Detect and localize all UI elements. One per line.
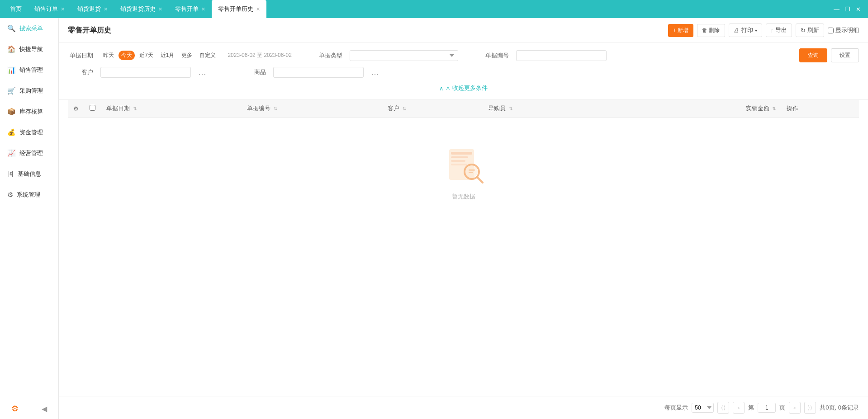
shortcut-1month[interactable]: 近1月 [158,51,177,60]
restore-btn[interactable]: ❐ [845,6,850,13]
pagination-bar: 每页显示 50 10 20 100 ⟨⟨ ＜ 第 页 ＞ ⟩⟩ 共0页, 0条记… [59,396,868,419]
sidebar-item-finance[interactable]: 💰 资金管理 [0,122,58,143]
close-icon[interactable]: ✕ [256,6,260,12]
shortcut-yesterday[interactable]: 昨天 [100,51,117,60]
sort-icon: ⇅ [403,106,406,111]
gear-icon: ⚙ [7,191,13,199]
table-wrapper: ⚙ 单据日期 ⇅ 单据编号 ⇅ [59,100,868,396]
sidebar-item-operations[interactable]: 📈 经营管理 [0,143,58,164]
shortcut-7days[interactable]: 近7天 [137,51,156,60]
search-icon: 🔍 [7,24,16,33]
table-settings-col[interactable]: ⚙ [68,100,84,118]
sidebar-item-inventory[interactable]: 📦 库存核算 [0,101,58,122]
sidebar-item-sales[interactable]: 📊 销售管理 [0,60,58,80]
table-settings-icon[interactable]: ⚙ [73,105,79,112]
tab-sales-return[interactable]: 销货退货 ✕ [71,0,114,18]
shortcut-custom[interactable]: 自定义 [197,51,218,60]
refresh-icon: ↻ [801,27,806,34]
close-icon[interactable]: ✕ [201,6,205,12]
sort-icon: ⇅ [772,106,776,111]
refresh-button[interactable]: ↻ 刷新 [796,24,824,37]
content-area: 零售开单历史 + 新增 🗑 删除 🖨 打印 ▾ ↑ 导出 ↻ 刷新 [59,18,868,419]
main-layout: 🔍 搜索采单 🏠 快捷导航 📊 销售管理 🛒 采购管理 📦 库存核算 💰 资金管… [0,18,868,419]
close-icon[interactable]: ✕ [104,6,108,12]
sidebar-item-quick-nav[interactable]: 🏠 快捷导航 [0,39,58,60]
print-button[interactable]: 🖨 打印 ▾ [729,24,762,37]
col-operation: 操作 [781,100,859,118]
sidebar-item-basic[interactable]: 🗄 基础信息 [0,164,58,184]
data-table: ⚙ 单据日期 ⇅ 单据编号 ⇅ [68,100,859,228]
shortcut-today[interactable]: 今天 [119,51,135,60]
display-detail-checkbox[interactable]: 显示明细 [828,26,859,34]
col-order-no[interactable]: 单据编号 ⇅ [242,100,382,118]
delete-button[interactable]: 🗑 删除 [697,24,725,37]
sort-icon: ⇅ [509,106,512,111]
order-no-label: 单据编号 [484,52,509,60]
select-all-checkbox[interactable] [90,105,95,111]
collapse-button[interactable]: ∧ ∧ 收起更多条件 [434,82,493,94]
table-body: 暂无数据 [68,118,859,228]
box-icon: 📦 [7,108,16,116]
tab-sales-order[interactable]: 销售订单 ✕ [28,0,71,18]
order-type-label: 单据类型 [317,52,342,60]
tab-home[interactable]: 首页 [4,0,28,18]
new-button[interactable]: + 新增 [668,24,693,37]
close-icon[interactable]: ✕ [158,6,162,12]
page-title: 零售开单历史 [68,26,111,41]
export-button[interactable]: ↑ 导出 [766,24,792,37]
settings-icon[interactable]: ⚙ [11,404,19,414]
cart-icon: 🛒 [7,87,16,95]
print-icon: 🖨 [734,27,740,34]
prev-page-btn[interactable]: ＜ [733,402,745,414]
order-no-input[interactable] [516,50,607,61]
sidebar-item-system[interactable]: ⚙ 系统管理 [0,184,58,205]
tab-sales-return-history[interactable]: 销货退货历史 ✕ [114,0,169,18]
col-date[interactable]: 单据日期 ⇅ [101,100,242,118]
page-input[interactable] [758,403,776,413]
svg-rect-3 [451,160,465,162]
next-page-btn[interactable]: ＞ [789,402,801,414]
collapse-sidebar-icon[interactable]: ◀ [42,405,47,413]
empty-text: 暂无数据 [452,193,475,201]
shortcut-more[interactable]: 更多 [179,51,195,60]
page-suffix: 页 [779,404,785,412]
order-type-select[interactable] [350,50,458,61]
close-btn[interactable]: ✕ [856,6,861,13]
empty-state: 暂无数据 [68,118,859,228]
col-salesperson[interactable]: 导购员 ⇅ [483,100,603,118]
setting-button[interactable]: 设置 [831,48,859,62]
top-tabbar: 首页 销售订单 ✕ 销货退货 ✕ 销货退货历史 ✕ 零售开单 ✕ 零售开单历史 … [0,0,868,18]
last-page-btn[interactable]: ⟩⟩ [804,402,816,414]
customer-input[interactable] [100,67,191,78]
col-spacer [603,100,640,118]
svg-rect-8 [469,169,475,171]
per-page-select[interactable]: 50 10 20 100 [692,403,714,413]
collapse-icon: ∧ [439,85,444,92]
product-input[interactable] [273,67,364,78]
product-more-icon[interactable]: … [371,68,379,76]
table-checkbox-col[interactable] [84,100,101,118]
finance-icon: 💰 [7,128,16,137]
tab-retail-open[interactable]: 零售开单 ✕ [169,0,212,18]
table-header: ⚙ 单据日期 ⇅ 单据编号 ⇅ [68,100,859,118]
home-icon: 🏠 [7,45,16,53]
display-detail-input[interactable] [828,28,834,33]
chevron-down-icon: ▾ [755,28,757,33]
sidebar-item-search[interactable]: 🔍 搜索采单 [0,18,58,39]
tab-retail-history[interactable]: 零售开单历史 ✕ [212,0,266,18]
filter-row-1: 单据日期 昨天 今天 近7天 近1月 更多 自定义 2023-06-02 至 2… [68,48,859,62]
minimize-btn[interactable]: — [834,6,840,13]
col-customer[interactable]: 客户 ⇅ [382,100,483,118]
export-icon: ↑ [771,27,774,34]
sidebar-item-purchase[interactable]: 🛒 采购管理 [0,80,58,101]
window-controls: — ❐ ✕ [834,6,864,13]
col-amount[interactable]: 实销金额 ⇅ [640,100,781,118]
query-button[interactable]: 查询 [799,48,827,62]
first-page-btn[interactable]: ⟨⟨ [717,402,729,414]
svg-rect-2 [451,156,468,158]
close-icon[interactable]: ✕ [61,6,65,12]
customer-more-icon[interactable]: … [198,68,206,76]
chart-icon: 📊 [7,66,16,74]
operations-icon: 📈 [7,149,16,157]
empty-row: 暂无数据 [68,118,859,228]
